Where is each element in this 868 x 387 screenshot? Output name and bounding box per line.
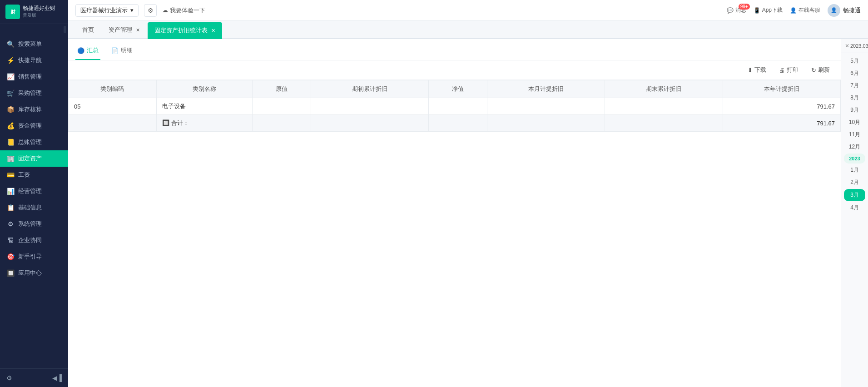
- col-header: 期末累计折旧: [605, 80, 723, 98]
- quicknav-icon: ⚡: [6, 57, 15, 64]
- date-list: 5月6月7月8月9月10月11月12月20231月2月3月4月: [841, 53, 868, 387]
- total-cell-label: 🔲合计：: [156, 115, 253, 132]
- date-item-4月[interactable]: 4月: [841, 202, 868, 214]
- table-header-row: 类别编码类别名称原值期初累计折旧净值本月计提折旧期末累计折旧本年计提折旧: [69, 80, 841, 98]
- messages-badge: 99+: [739, 4, 750, 10]
- enterprise-icon: 🏗: [6, 237, 15, 244]
- sidebar-item-search[interactable]: 🔍 搜索菜单: [0, 36, 68, 52]
- date-item-7月[interactable]: 7月: [841, 79, 868, 92]
- sub-tab-icon-summary: 🔵: [77, 47, 84, 54]
- experience-button[interactable]: ☁ 我要体验一下: [162, 6, 205, 15]
- date-item-1月[interactable]: 1月: [841, 164, 868, 176]
- total-cell-code: [69, 115, 157, 132]
- total-cell: [253, 115, 311, 132]
- date-item-10月[interactable]: 10月: [841, 116, 868, 129]
- sub-tab-icon-detail: 📄: [111, 47, 119, 54]
- sidebar-label-operations: 经营管理: [18, 187, 42, 195]
- table-cell: 电子设备: [156, 98, 253, 115]
- sidebar-label-enterprise: 企业协同: [18, 236, 42, 244]
- operations-icon: 📊: [6, 188, 15, 195]
- sidebar-item-payroll[interactable]: 💳 工资: [0, 167, 68, 183]
- messages-button[interactable]: 💬 消息 99+: [727, 6, 746, 14]
- sidebar-bottom: ⚙ ◀▐: [0, 368, 68, 387]
- total-cell: [311, 115, 428, 132]
- date-item-2023[interactable]: 2023: [844, 154, 865, 164]
- company-selector[interactable]: 医疗器械行业演示 ▾: [75, 4, 139, 17]
- collapse-icon[interactable]: ◀▐: [50, 372, 64, 383]
- sub-tab-detail[interactable]: 📄 明细: [109, 44, 134, 60]
- app-download-button[interactable]: 📱 App下载: [754, 6, 783, 14]
- app-name: 畅捷通好业财: [23, 5, 55, 12]
- refresh-label: 刷新: [818, 66, 830, 74]
- sidebar-item-fixedasset[interactable]: 🏢 固定资产: [0, 150, 68, 167]
- sidebar-label-guide: 新手引导: [18, 253, 42, 261]
- sidebar-item-operations[interactable]: 📊 经营管理: [0, 183, 68, 199]
- tab-label-depreciation: 固定资产折旧统计表: [154, 26, 208, 35]
- tab-home[interactable]: 首页: [75, 22, 101, 38]
- refresh-icon: ↻: [811, 67, 816, 74]
- inventory-icon: 📦: [6, 106, 15, 113]
- date-item-5月[interactable]: 5月: [841, 55, 868, 67]
- sidebar-item-sales[interactable]: 📈 销售管理: [0, 69, 68, 85]
- main-area: 医疗器械行业演示 ▾ ⚙ ☁ 我要体验一下 💬 消息 99+ 📱 App下载 👤…: [68, 0, 868, 387]
- tab-label-home: 首页: [82, 26, 94, 34]
- date-item-8月[interactable]: 8月: [841, 92, 868, 104]
- date-item-12月[interactable]: 12月: [841, 141, 868, 153]
- payroll-icon: 💳: [6, 171, 15, 179]
- download-toolbar-icon: ⬇: [748, 67, 753, 74]
- col-header: 本年计提折旧: [723, 80, 840, 98]
- sidebar-label-finance: 资金管理: [18, 122, 42, 130]
- table-cell: [253, 98, 311, 115]
- user-info[interactable]: 👤 畅捷通: [828, 4, 861, 17]
- sidebar-item-basicinfo[interactable]: 📋 基础信息: [0, 199, 68, 216]
- table-cell: [487, 98, 605, 115]
- online-service-button[interactable]: 👤 在线客服: [790, 6, 820, 14]
- sub-tab-label-summary: 汇总: [87, 46, 99, 55]
- sidebar-item-ledger[interactable]: 📒 总账管理: [0, 134, 68, 150]
- sub-tab-summary[interactable]: 🔵 汇总: [75, 44, 100, 60]
- date-item-6月[interactable]: 6月: [841, 67, 868, 79]
- settings-bottom-icon[interactable]: ⚙: [5, 372, 14, 383]
- sidebar-label-inventory: 库存核算: [18, 105, 42, 114]
- sidebar-label-ledger: 总账管理: [18, 138, 42, 146]
- header-right: 💬 消息 99+ 📱 App下载 👤 在线客服 👤 畅捷通: [727, 4, 861, 17]
- sidebar-item-sysconfig[interactable]: ⚙ 系统管理: [0, 216, 68, 232]
- print-button[interactable]: 🖨 打印: [775, 64, 802, 76]
- date-item-11月[interactable]: 11月: [841, 129, 868, 141]
- sales-icon: 📈: [6, 73, 15, 80]
- company-name: 医疗器械行业演示: [80, 6, 128, 15]
- right-panel: ✕ 2023.03 ⤢ 5月6月7月8月9月10月11月12月20231月2月3…: [841, 39, 868, 387]
- settings-icon: ⚙: [148, 7, 154, 14]
- message-icon: 💬: [727, 7, 734, 14]
- tab-asset_manage[interactable]: 资产管理✕: [102, 22, 147, 38]
- date-item-2月[interactable]: 2月: [841, 176, 868, 189]
- sidebar-item-appcenter[interactable]: 🔲 应用中心: [0, 265, 68, 281]
- app-download-label: App下载: [762, 6, 783, 14]
- sidebar-label-payroll: 工资: [18, 171, 30, 179]
- tab-depreciation[interactable]: 固定资产折旧统计表✕: [148, 22, 222, 39]
- depreciation-table: 类别编码类别名称原值期初累计折旧净值本月计提折旧期末累计折旧本年计提折旧 05电…: [68, 80, 841, 132]
- print-icon: 🖨: [779, 67, 785, 74]
- date-item-9月[interactable]: 9月: [841, 104, 868, 116]
- tabs-bar: 首页资产管理✕固定资产折旧统计表✕: [68, 21, 868, 39]
- basicinfo-icon: 📋: [6, 204, 15, 211]
- sidebar-item-inventory[interactable]: 📦 库存核算: [0, 101, 68, 118]
- sidebar-item-guide[interactable]: 🎯 新手引导: [0, 248, 68, 265]
- tab-close-asset_manage[interactable]: ✕: [136, 27, 140, 33]
- tab-close-depreciation[interactable]: ✕: [211, 28, 215, 34]
- sidebar-item-purchase[interactable]: 🛒 采购管理: [0, 85, 68, 101]
- sidebar-item-enterprise[interactable]: 🏗 企业协同: [0, 232, 68, 248]
- refresh-button[interactable]: ↻ 刷新: [808, 64, 833, 76]
- cloud-icon: ☁: [162, 7, 168, 14]
- download-label: 下载: [754, 66, 766, 74]
- sidebar-item-quicknav[interactable]: ⚡ 快捷导航: [0, 52, 68, 69]
- date-item-3月[interactable]: 3月: [844, 189, 865, 201]
- finance-icon: 💰: [6, 122, 15, 129]
- total-cell: [429, 115, 487, 132]
- col-header: 原值: [253, 80, 311, 98]
- header-settings-button[interactable]: ⚙: [144, 4, 157, 17]
- sidebar-item-finance[interactable]: 💰 资金管理: [0, 118, 68, 134]
- close-panel-icon[interactable]: ✕: [844, 42, 850, 50]
- download-button[interactable]: ⬇ 下载: [744, 64, 770, 76]
- service-label: 在线客服: [799, 6, 820, 14]
